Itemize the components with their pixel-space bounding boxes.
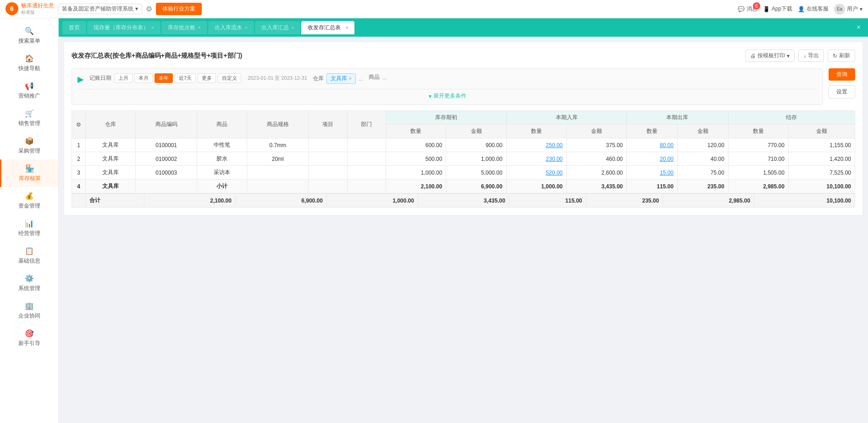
th-out-amt: 金额 (677, 125, 728, 138)
table-row-goods-spec: 20ml (247, 152, 309, 166)
table-row-opening-qty: 2,100.00 (386, 180, 446, 193)
tab-batch-ledger[interactable]: 库存批次账 × (161, 21, 207, 34)
date-btn-7days[interactable]: 近7天 (175, 73, 196, 83)
table-row-in-qty[interactable]: 230.00 (506, 152, 566, 166)
sidebar-item-enterprise[interactable]: 🏢 企业协同 (0, 297, 58, 324)
setting-button[interactable]: 设置 (829, 85, 855, 99)
table-row-opening-amt: 1,000.00 (446, 152, 506, 166)
tab-home[interactable]: 首页 (62, 21, 86, 34)
expand-conditions[interactable]: ▾ 展开更多条件 (77, 89, 817, 100)
user-action[interactable]: Ea 用户 ▾ (834, 4, 862, 15)
table-row-out-qty[interactable]: 20.00 (627, 152, 678, 166)
sidebar-item-newbie[interactable]: 🎯 新手引导 (0, 324, 58, 352)
table-row-out-qty[interactable]: 15.00 (627, 166, 678, 180)
table-container: ⚙ 仓库 商品编码 商品 商品规格 项目 部门 库存期初 本期入库 (72, 110, 855, 193)
table-row-opening-amt: 5,000.00 (446, 166, 506, 180)
data-table: ⚙ 仓库 商品编码 商品 商品规格 项目 部门 库存期初 本期入库 (72, 110, 855, 193)
th-out-qty: 数量 (627, 125, 678, 138)
expand-icon: ▾ (429, 93, 431, 99)
print-button[interactable]: 🖨 按模板打印 ▾ (745, 49, 795, 62)
tab-close-all[interactable]: × (853, 23, 864, 32)
footer-out-qty: 115.00 (509, 194, 586, 208)
date-label: 记账日期 (89, 74, 111, 82)
th-balance-group: 结存 (728, 111, 855, 125)
sidebar-item-sales[interactable]: 🛒 销售管理 (0, 104, 58, 132)
logo: 6 畅库通好生意 标准版 (6, 2, 54, 15)
query-side: 查询 设置 (829, 68, 855, 105)
header-actions: 🖨 按模板打印 ▾ ↓ 导出 ↻ 刷新 (745, 49, 855, 62)
table-row-in-qty[interactable]: 520.00 (506, 166, 566, 180)
table-row-in-amt: 3,435.00 (567, 180, 627, 193)
table-row-opening-qty: 500.00 (386, 152, 446, 166)
table-row-out-amt: 120.00 (677, 138, 728, 152)
tab-bar: 首页 现存量（库存分布表） × 库存批次账 × 出入库流水 × 出入库汇总 × (59, 18, 868, 37)
table-settings-col[interactable]: ⚙ (72, 111, 86, 138)
query-button[interactable]: 查询 (829, 68, 855, 81)
table-row-balance-qty: 1,505.00 (728, 166, 788, 180)
marketing-icon: 📢 (25, 82, 34, 90)
top-actions: 💬 消息 6 📱 App下载 👤 在线客服 Ea 用户 ▾ (738, 4, 862, 15)
warehouse-more[interactable]: ... (359, 76, 363, 82)
filter-toggle-icon[interactable]: ▶ (77, 74, 84, 84)
table-row-goods-code: 0100002 (136, 152, 197, 166)
table-row-opening-amt: 6,900.00 (446, 180, 506, 193)
warehouse-tag[interactable]: 文具库 × (326, 73, 356, 84)
online-service-action[interactable]: 👤 在线客服 (798, 5, 829, 13)
table-row-in-qty[interactable]: 250.00 (506, 138, 566, 152)
date-btn-more[interactable]: 更多 (198, 73, 216, 83)
goods-more[interactable]: ... (382, 74, 387, 81)
date-btn-last-month[interactable]: 上月 (114, 73, 133, 83)
warehouse-tag-close[interactable]: × (349, 76, 352, 81)
table-row-department (347, 138, 386, 152)
th-department: 部门 (347, 111, 386, 138)
tab-close-inout-summary[interactable]: × (292, 25, 294, 30)
table-row-out-qty[interactable]: 80.00 (627, 138, 678, 152)
refresh-button[interactable]: ↻ 刷新 (828, 49, 855, 62)
sidebar-item-quick[interactable]: 🏠 快捷导航 (0, 49, 58, 77)
th-warehouse: 仓库 (86, 111, 136, 138)
sidebar-item-basic[interactable]: 📋 基础信息 (0, 242, 58, 269)
user-dropdown-icon: ▾ (860, 6, 862, 12)
tab-receive-summary[interactable]: 收发存汇总表 × (301, 21, 354, 34)
table-row-no: 3 (72, 166, 86, 180)
tab-close-inventory-dist[interactable]: × (151, 25, 154, 30)
sidebar-item-finance[interactable]: 💰 资金管理 (0, 187, 58, 214)
table-row-goods-spec (247, 180, 309, 193)
settings-icon[interactable]: ⚙ (146, 5, 152, 13)
experience-button[interactable]: 体验行业方案 (156, 3, 202, 15)
table-row-project (309, 166, 347, 180)
table-row-goods-code (136, 180, 197, 193)
date-btn-custom[interactable]: 自定义 (218, 73, 241, 83)
date-btn-this-month[interactable]: 本月 (134, 73, 153, 83)
table-row-out-qty: 115.00 (627, 180, 678, 193)
app-download-action[interactable]: 📱 App下载 (763, 5, 792, 13)
tab-close-inout-flow[interactable]: × (245, 25, 248, 30)
message-action[interactable]: 💬 消息 6 (738, 5, 757, 13)
table-row-warehouse: 文具库 (86, 166, 136, 180)
sidebar-item-system[interactable]: ⚙️ 系统管理 (0, 269, 58, 297)
tab-inout-flow[interactable]: 出入库流水 × (208, 21, 254, 34)
print-dropdown-icon: ▾ (787, 53, 790, 59)
table-settings-icon[interactable]: ⚙ (76, 121, 81, 128)
sidebar-item-marketing[interactable]: 📢 营销推广 (0, 77, 58, 104)
sidebar-item-inventory[interactable]: 🏪 库存核算 (0, 159, 58, 187)
date-btn-this-year[interactable]: 本年 (155, 73, 173, 83)
table-row-no: 1 (72, 138, 86, 152)
table-row-opening-qty: 1,000.00 (386, 166, 446, 180)
avatar: Ea (834, 4, 845, 15)
tab-inventory-dist[interactable]: 现存量（库存分布表） × (87, 21, 160, 34)
footer-in-amt: 3,435.00 (418, 194, 509, 208)
sales-icon: 🛒 (25, 109, 34, 118)
sidebar-item-purchase[interactable]: 📦 采购管理 (0, 132, 58, 159)
footer-opening-qty: 2,100.00 (144, 194, 236, 208)
table-row-goods-spec (247, 166, 309, 180)
tab-inout-summary[interactable]: 出入库汇总 × (255, 21, 301, 34)
system-selector[interactable]: 装备及固定资产辅助管理系统 ▾ (58, 4, 142, 14)
export-button[interactable]: ↓ 导出 (798, 49, 824, 62)
th-opening-group: 库存期初 (386, 111, 507, 125)
sidebar-item-search[interactable]: 🔍 搜索菜单 (0, 22, 58, 49)
inventory-icon: 🏪 (25, 164, 34, 173)
tab-close-receive-summary[interactable]: × (345, 25, 348, 30)
sidebar-item-operations[interactable]: 📊 经营管理 (0, 214, 58, 242)
tab-close-batch-ledger[interactable]: × (198, 25, 201, 30)
